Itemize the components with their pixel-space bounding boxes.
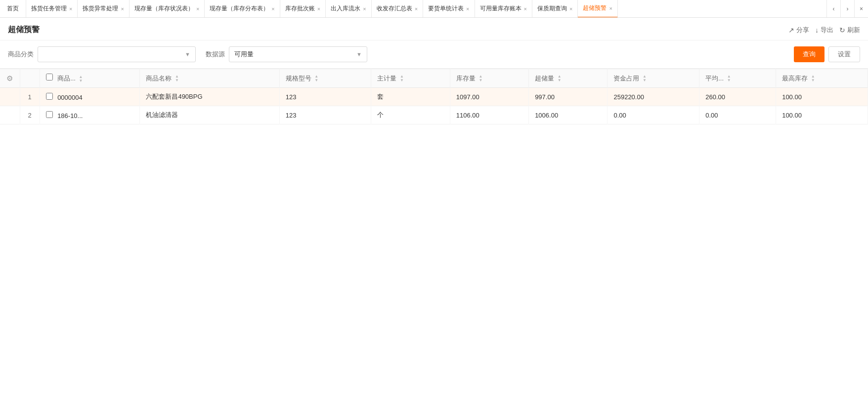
export-icon: ↓ [815, 26, 819, 34]
col-capital-header[interactable]: 资金占用 ▲▼ [608, 69, 699, 88]
table-row: 2 186-10... 机油滤清器 123 个 1106.00 1006.00 … [0, 106, 868, 124]
nav-tab-label: 收发存汇总表 [377, 4, 412, 13]
col-maxstock-header[interactable]: 最高库存 ▲▼ [776, 69, 868, 88]
nav-tab-tab-1[interactable]: 拣货任务管理× [26, 0, 78, 18]
nav-home[interactable]: 首页 [0, 0, 26, 18]
filter-datasource: 数据源 可用量 ▼ [206, 46, 367, 62]
sort-icon-spec: ▲▼ [314, 75, 318, 82]
col-spec-header[interactable]: 规格型号 ▲▼ [279, 69, 371, 88]
share-label: 分享 [796, 26, 809, 35]
row-overstock: 997.00 [529, 88, 608, 106]
nav-tab-tab-3[interactable]: 现存量（库存状况表）× [130, 0, 205, 18]
table-row: 1 0000004 六配套新昌490BPG 123 套 1097.00 997.… [0, 88, 868, 106]
header-actions: ↗ 分享 ↓ 导出 ↻ 刷新 [788, 26, 860, 35]
share-button[interactable]: ↗ 分享 [788, 26, 809, 35]
row-stock: 1106.00 [450, 106, 528, 124]
row-num-cell: 1 [20, 88, 40, 106]
refresh-button[interactable]: ↻ 刷新 [839, 26, 860, 35]
row-maxstock: 100.00 [776, 88, 868, 106]
nav-arrow-close[interactable]: × [854, 0, 868, 18]
tab-close-btn[interactable]: × [415, 6, 418, 12]
row-checkbox-cell: 186-10... [40, 106, 140, 124]
sort-icon-maxstock: ▲▼ [811, 75, 815, 82]
col-settings-header: ⚙ [0, 69, 20, 88]
sort-icon-stock: ▲▼ [478, 75, 482, 82]
tab-close-btn[interactable]: × [271, 6, 274, 12]
nav-tab-tab-6[interactable]: 出入库流水× [326, 0, 371, 18]
datasource-select-value: 可用量 [234, 50, 254, 59]
category-select[interactable]: ▼ [38, 46, 196, 62]
tab-close-btn[interactable]: × [196, 6, 199, 12]
row-name: 机油滤清器 [140, 106, 279, 124]
nav-tab-tab-5[interactable]: 库存批次账× [280, 0, 326, 18]
table-header-row: ⚙ 商品... ▲▼ 商品名称 ▲▼ 规格型号 ▲▼ [0, 69, 868, 88]
data-table: ⚙ 商品... ▲▼ 商品名称 ▲▼ 规格型号 ▲▼ [0, 69, 868, 124]
sort-icon-avg: ▲▼ [727, 75, 731, 82]
row-spec: 123 [279, 106, 371, 124]
col-unit-header[interactable]: 主计量 ▲▼ [371, 69, 450, 88]
filter-category: 商品分类 ▼ [8, 46, 196, 62]
share-icon: ↗ [788, 26, 794, 34]
tab-close-btn[interactable]: × [524, 6, 527, 12]
row-code: 186-10... [57, 112, 83, 119]
nav-tab-tab-2[interactable]: 拣货异常处理× [78, 0, 129, 18]
col-num-header [20, 69, 40, 88]
nav-arrows: ‹ › × [826, 0, 868, 18]
settings-gear-icon[interactable]: ⚙ [6, 74, 13, 82]
sort-icon-capital: ▲▼ [643, 75, 647, 82]
nav-tab-tab-8[interactable]: 要货单统计表× [423, 0, 475, 18]
tab-close-btn[interactable]: × [121, 6, 124, 12]
query-button[interactable]: 查询 [794, 46, 825, 62]
datasource-dropdown-icon: ▼ [356, 51, 362, 57]
col-name-header[interactable]: 商品名称 ▲▼ [140, 69, 279, 88]
col-code-header[interactable]: 商品... ▲▼ [40, 69, 140, 88]
filter-buttons: 查询 设置 [794, 46, 860, 62]
row-overstock: 1006.00 [529, 106, 608, 124]
tab-close-btn[interactable]: × [569, 6, 572, 12]
nav-tab-label: 要货单统计表 [428, 4, 464, 13]
row-checkbox[interactable] [46, 93, 53, 100]
row-name: 六配套新昌490BPG [140, 88, 279, 106]
row-unit: 个 [371, 106, 450, 124]
refresh-icon: ↻ [839, 26, 845, 34]
select-all-checkbox[interactable] [46, 74, 53, 80]
sort-icon-overstock: ▲▼ [558, 75, 562, 82]
top-nav: 首页 拣货任务管理×拣货异常处理×现存量（库存状况表）×现存量（库存分布表）×库… [0, 0, 868, 18]
datasource-select[interactable]: 可用量 ▼ [229, 46, 367, 62]
sort-icon-code: ▲▼ [79, 75, 83, 83]
page-title: 超储预警 [8, 25, 40, 35]
tab-close-btn[interactable]: × [363, 6, 366, 12]
settings-button[interactable]: 设置 [828, 46, 860, 62]
table-container: ⚙ 商品... ▲▼ 商品名称 ▲▼ 规格型号 ▲▼ [0, 69, 868, 124]
row-spec: 123 [279, 88, 371, 106]
col-stock-header[interactable]: 库存量 ▲▼ [450, 69, 528, 88]
nav-tab-label: 可用量库存账本 [480, 4, 521, 13]
nav-tab-tab-11[interactable]: 超储预警× [578, 0, 617, 18]
tab-close-btn[interactable]: × [69, 6, 72, 12]
datasource-label: 数据源 [206, 50, 225, 59]
nav-tab-tab-10[interactable]: 保质期查询× [532, 0, 578, 18]
row-checkbox[interactable] [46, 111, 53, 118]
col-avg-header[interactable]: 平均... ▲▼ [699, 69, 776, 88]
filter-bar: 商品分类 ▼ 数据源 可用量 ▼ 查询 设置 [0, 40, 868, 69]
export-button[interactable]: ↓ 导出 [815, 26, 833, 35]
nav-tab-tab-7[interactable]: 收发存汇总表× [372, 0, 423, 18]
col-overstock-header[interactable]: 超储量 ▲▼ [529, 69, 608, 88]
nav-tab-tab-9[interactable]: 可用量库存账本× [475, 0, 532, 18]
tab-close-btn[interactable]: × [609, 5, 612, 11]
row-actions-cell [0, 106, 20, 124]
refresh-label: 刷新 [847, 26, 860, 35]
nav-arrow-right[interactable]: › [840, 0, 854, 18]
category-label: 商品分类 [8, 50, 34, 59]
nav-arrow-left[interactable]: ‹ [826, 0, 840, 18]
tab-close-btn[interactable]: × [317, 6, 320, 12]
nav-tab-tab-4[interactable]: 现存量（库存分布表）× [205, 0, 280, 18]
tab-close-btn[interactable]: × [466, 6, 469, 12]
row-maxstock: 100.00 [776, 106, 868, 124]
page-header: 超储预警 ↗ 分享 ↓ 导出 ↻ 刷新 [0, 18, 868, 40]
row-avg: 0.00 [699, 106, 776, 124]
nav-tab-label: 现存量（库存状况表） [134, 4, 194, 13]
sort-icon-name: ▲▼ [175, 75, 179, 82]
nav-tab-label: 现存量（库存分布表） [210, 4, 269, 13]
row-num-cell: 2 [20, 106, 40, 124]
